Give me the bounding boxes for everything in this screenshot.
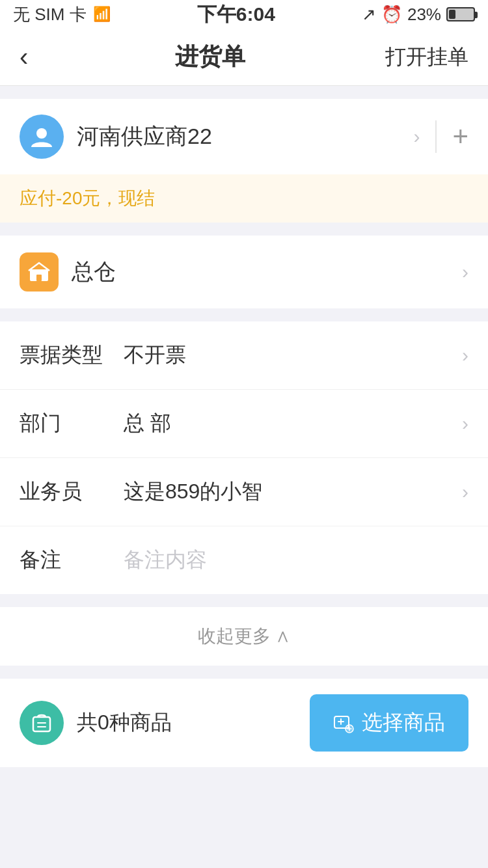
- warehouse-chevron-icon: ›: [462, 261, 468, 283]
- department-label: 部门: [20, 409, 111, 438]
- department-value: 总 部: [111, 409, 462, 438]
- goods-icon: [29, 711, 54, 735]
- remark-label: 备注: [20, 546, 111, 575]
- warehouse-icon-container: [20, 252, 59, 292]
- supplier-chevron-icon: ›: [413, 126, 420, 148]
- goods-section: 共0种商品 选择商品: [0, 679, 488, 767]
- remark-input[interactable]: 备注内容: [111, 546, 468, 575]
- salesperson-value: 这是859的小智: [111, 478, 462, 506]
- status-bar: 无 SIM 卡 📶 下午6:04 ↗ ⏰ 23%: [0, 0, 488, 29]
- svg-rect-2: [36, 275, 42, 281]
- notice-banner: 应付-20元，现结: [0, 174, 488, 223]
- invoice-label: 票据类型: [20, 341, 111, 370]
- status-right: ↗ ⏰ 23%: [362, 5, 475, 25]
- supplier-avatar: [20, 115, 64, 159]
- supplier-name: 河南供应商22: [77, 122, 413, 152]
- select-goods-button[interactable]: 选择商品: [310, 694, 468, 752]
- battery-text: 23%: [407, 5, 441, 25]
- select-goods-label: 选择商品: [362, 709, 445, 737]
- salesperson-chevron-icon: ›: [462, 481, 468, 503]
- department-chevron-icon: ›: [462, 413, 468, 435]
- location-icon: ↗: [362, 5, 376, 25]
- supplier-row[interactable]: 河南供应商22 › +: [0, 99, 488, 174]
- section-gap-1: [0, 86, 488, 99]
- warehouse-icon: [27, 260, 51, 284]
- warehouse-row[interactable]: 总仓 ›: [0, 236, 488, 308]
- page-background: [0, 767, 488, 868]
- person-icon: [29, 124, 55, 150]
- open-pending-button[interactable]: 打开挂单: [385, 43, 468, 72]
- invoice-row[interactable]: 票据类型 不开票 ›: [0, 321, 488, 390]
- supplier-section: 河南供应商22 › + 应付-20元，现结: [0, 99, 488, 223]
- status-carrier: 无 SIM 卡 📶: [13, 3, 111, 26]
- supplier-divider: [435, 120, 437, 153]
- salesperson-row[interactable]: 业务员 这是859的小智 ›: [0, 458, 488, 526]
- remark-row[interactable]: 备注 备注内容: [0, 526, 488, 594]
- invoice-value: 不开票: [111, 341, 462, 370]
- collapse-row[interactable]: 收起更多 ∧: [0, 607, 488, 666]
- goods-count: 共0种商品: [77, 709, 297, 737]
- svg-rect-3: [33, 717, 50, 731]
- alarm-icon: ⏰: [381, 5, 402, 25]
- collapse-label: 收起更多 ∧: [198, 624, 291, 649]
- nav-bar: ‹ 进货单 打开挂单: [0, 29, 488, 86]
- warehouse-name: 总仓: [72, 257, 462, 287]
- wifi-icon: 📶: [93, 6, 111, 23]
- add-supplier-button[interactable]: +: [452, 121, 468, 152]
- invoice-chevron-icon: ›: [462, 344, 468, 366]
- status-time: 下午6:04: [197, 1, 275, 28]
- svg-point-0: [36, 128, 47, 139]
- page-title: 进货单: [175, 41, 245, 73]
- goods-icon-container: [20, 701, 64, 745]
- battery-icon: [446, 7, 475, 21]
- select-goods-icon: [333, 712, 354, 733]
- form-section: 票据类型 不开票 › 部门 总 部 › 业务员 这是859的小智 › 备注 备注…: [0, 321, 488, 594]
- back-button[interactable]: ‹: [20, 36, 34, 78]
- carrier-text: 无 SIM 卡: [13, 3, 87, 26]
- salesperson-label: 业务员: [20, 478, 111, 506]
- department-row[interactable]: 部门 总 部 ›: [0, 390, 488, 458]
